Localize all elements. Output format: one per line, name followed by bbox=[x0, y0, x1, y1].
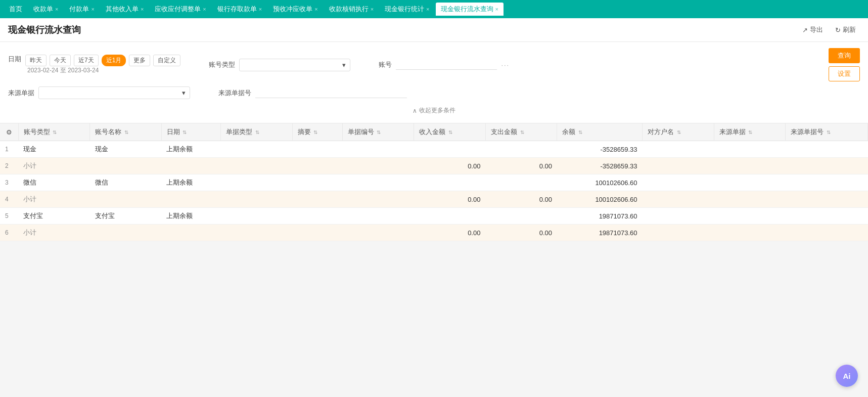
nav-stats-close[interactable]: × bbox=[426, 6, 429, 12]
refresh-icon: ↻ bbox=[835, 26, 841, 34]
nav-prepay-close[interactable]: × bbox=[314, 6, 317, 12]
sort-counterparty-icon[interactable]: ⇅ bbox=[677, 129, 681, 135]
table-row[interactable]: 1现金现金上期余额-3528659.33 bbox=[0, 141, 868, 158]
header-actions: ↗ 导出 ↻ 刷新 bbox=[798, 23, 860, 36]
cell-counterparty bbox=[643, 141, 714, 158]
date-btn-more[interactable]: 更多 bbox=[129, 55, 150, 66]
nav-adjustment[interactable]: 应收应付调整单 × bbox=[150, 3, 211, 16]
data-table: ⚙ 账号类型 ⇅ 账号名称 ⇅ 日期 ⇅ 单据类型 ⇅ 摘要 ⇅ 单据编号 ⇅ … bbox=[0, 123, 868, 241]
date-btn-today[interactable]: 今天 bbox=[50, 55, 71, 66]
cell-summary bbox=[292, 174, 342, 191]
nav-other-income-label: 其他收入单 bbox=[106, 5, 139, 14]
cell-doc-type bbox=[221, 208, 293, 225]
nav-stats[interactable]: 现金银行统计 × bbox=[380, 3, 434, 16]
date-btn-7days[interactable]: 近7天 bbox=[74, 55, 99, 66]
cell-counterparty bbox=[643, 225, 714, 241]
sort-account-name-icon[interactable]: ⇅ bbox=[124, 129, 128, 135]
nav-verify-close[interactable]: × bbox=[371, 6, 374, 12]
sort-date-icon[interactable]: ⇅ bbox=[182, 129, 187, 135]
table-row[interactable]: 6小计0.000.0019871073.60 bbox=[0, 225, 868, 241]
date-btn-custom[interactable]: 自定义 bbox=[153, 55, 180, 66]
source-doc-select[interactable]: ▾ bbox=[38, 86, 190, 99]
collapse-button[interactable]: ∧ 收起更多条件 bbox=[8, 104, 860, 117]
nav-home[interactable]: 首页 bbox=[4, 3, 27, 16]
cell-doc-no bbox=[342, 174, 414, 191]
cell-doc-type bbox=[221, 174, 293, 191]
sort-source-doc-no-icon[interactable]: ⇅ bbox=[827, 129, 831, 135]
source-doc-no-input[interactable] bbox=[257, 89, 405, 97]
account-input[interactable] bbox=[398, 61, 495, 68]
cell-source-doc-no bbox=[786, 141, 868, 158]
sort-source-doc-icon[interactable]: ⇅ bbox=[748, 129, 752, 135]
nav-receipt[interactable]: 收款单 × bbox=[28, 3, 63, 16]
col-source-doc: 来源单据 ⇅ bbox=[714, 123, 786, 141]
col-account-name: 账号名称 ⇅ bbox=[90, 123, 162, 141]
nav-flow-query[interactable]: 现金银行流水查询 × bbox=[436, 3, 504, 16]
nav-bank-deposit[interactable]: 银行存取款单 × bbox=[212, 3, 267, 16]
export-button[interactable]: ↗ 导出 bbox=[798, 23, 827, 36]
cell-balance: -3528659.33 bbox=[557, 141, 643, 158]
date-range-display: 2023-02-24 至 2023-03-24 bbox=[27, 66, 180, 75]
nav-other-income-close[interactable]: × bbox=[141, 6, 144, 12]
date-btn-1month[interactable]: 近1月 bbox=[102, 55, 126, 66]
cell-balance: 19871073.60 bbox=[557, 208, 643, 225]
sort-account-type-icon[interactable]: ⇅ bbox=[53, 129, 57, 135]
cell-account-type: 微信 bbox=[18, 174, 90, 191]
cell-doc-no bbox=[342, 191, 414, 208]
nav-prepay[interactable]: 预收冲应收单 × bbox=[268, 3, 323, 16]
source-doc-no-input-wrapper bbox=[255, 88, 407, 98]
sort-balance-icon[interactable]: ⇅ bbox=[578, 129, 582, 135]
table-row[interactable]: 4小计0.000.00100102606.60 bbox=[0, 191, 868, 208]
account-more-btn[interactable]: ··· bbox=[501, 61, 510, 69]
cell-source-doc-no bbox=[786, 208, 868, 225]
col-gear[interactable]: ⚙ bbox=[0, 123, 18, 141]
sort-income-icon[interactable]: ⇅ bbox=[448, 129, 452, 135]
nav-payment-close[interactable]: × bbox=[91, 6, 94, 12]
nav-bank-deposit-close[interactable]: × bbox=[259, 6, 262, 12]
sort-doc-no-icon[interactable]: ⇅ bbox=[377, 129, 381, 135]
refresh-button[interactable]: ↻ 刷新 bbox=[831, 23, 860, 36]
cell-source-doc-no bbox=[786, 225, 868, 241]
cell-doc-no bbox=[342, 141, 414, 158]
col-counterparty: 对方户名 ⇅ bbox=[643, 123, 714, 141]
cell-expense: 0.00 bbox=[485, 191, 557, 208]
row-num: 2 bbox=[0, 158, 18, 174]
filter-row-1: 日期 昨天 今天 近7天 近1月 更多 自定义 2023-02-24 至 202… bbox=[8, 48, 860, 81]
collapse-up-icon: ∧ bbox=[413, 107, 417, 114]
date-buttons: 昨天 今天 近7天 近1月 更多 自定义 bbox=[25, 55, 180, 66]
cell-account-type: 支付宝 bbox=[18, 208, 90, 225]
settings-button[interactable]: 设置 bbox=[829, 66, 860, 81]
table-row[interactable]: 2小计0.000.00-3528659.33 bbox=[0, 158, 868, 174]
source-doc-no-label: 来源单据号 bbox=[218, 89, 251, 98]
cell-balance: 100102606.60 bbox=[557, 174, 643, 191]
table-row[interactable]: 3微信微信上期余额100102606.60 bbox=[0, 174, 868, 191]
account-type-select[interactable]: ▾ bbox=[239, 59, 350, 71]
cell-account-name: 现金 bbox=[90, 141, 162, 158]
nav-other-income[interactable]: 其他收入单 × bbox=[101, 3, 149, 16]
filter-row-2: 来源单据 ▾ 来源单据号 bbox=[8, 86, 860, 99]
nav-home-label: 首页 bbox=[9, 5, 22, 14]
cell-date bbox=[161, 225, 221, 241]
table-row[interactable]: 5支付宝支付宝上期余额19871073.60 bbox=[0, 208, 868, 225]
col-income: 收入金额 ⇅ bbox=[414, 123, 486, 141]
nav-adjustment-close[interactable]: × bbox=[203, 6, 206, 12]
account-input-wrapper bbox=[396, 60, 497, 70]
cell-source-doc bbox=[714, 141, 786, 158]
source-doc-chevron: ▾ bbox=[182, 89, 186, 97]
query-button[interactable]: 查询 bbox=[829, 48, 860, 63]
date-btn-yesterday[interactable]: 昨天 bbox=[25, 55, 47, 66]
cell-account-type: 现金 bbox=[18, 141, 90, 158]
nav-receipt-close[interactable]: × bbox=[55, 6, 58, 12]
nav-verify[interactable]: 收款核销执行 × bbox=[324, 3, 379, 16]
nav-payment[interactable]: 付款单 × bbox=[64, 3, 99, 16]
sort-doc-type-icon[interactable]: ⇅ bbox=[255, 129, 259, 135]
cell-date bbox=[161, 191, 221, 208]
account-type-group: 账号类型 ▾ bbox=[209, 59, 350, 71]
col-doc-type: 单据类型 ⇅ bbox=[221, 123, 293, 141]
nav-flow-query-close[interactable]: × bbox=[495, 6, 498, 12]
account-group: 账号 ··· bbox=[379, 60, 510, 70]
row-num: 1 bbox=[0, 141, 18, 158]
sort-summary-icon[interactable]: ⇅ bbox=[313, 129, 317, 135]
cell-date bbox=[161, 158, 221, 174]
sort-expense-icon[interactable]: ⇅ bbox=[520, 129, 524, 135]
